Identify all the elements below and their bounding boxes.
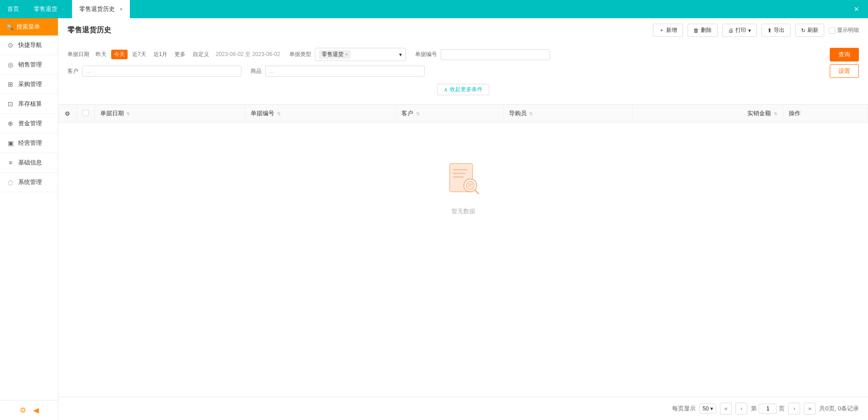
- doc-no-input[interactable]: [441, 49, 550, 60]
- sidebar-search[interactable]: 🔍 搜索菜单: [0, 18, 58, 36]
- svg-rect-3: [453, 176, 464, 178]
- th-doc-no-label: 单据编号: [251, 110, 274, 117]
- finance-icon: ⊕: [6, 119, 15, 128]
- tab-home-label: 首页: [7, 5, 19, 13]
- filter-top-row: 单据日期 昨天 今天 近7天 近1月 更多 自定义 2023-06-02 至 2…: [67, 48, 859, 81]
- guide-sort-icon: ⇅: [529, 111, 533, 116]
- sidebar-item-ops-mgmt[interactable]: ▣ 经营管理: [0, 133, 58, 153]
- system-icon: ◌: [6, 178, 15, 186]
- filter-date-group: 单据日期 昨天 今天 近7天 近1月 更多 自定义 2023-06-02 至 2…: [67, 50, 280, 59]
- next-page-btn[interactable]: ›: [788, 403, 800, 415]
- sidebar-item-sales-mgmt[interactable]: ◎ 销售管理: [0, 55, 58, 75]
- customer-input[interactable]: ...: [82, 66, 241, 77]
- new-btn[interactable]: ＋ 新增: [653, 24, 683, 37]
- window-close-btn[interactable]: ×: [850, 3, 863, 16]
- goods-input[interactable]: ...: [265, 66, 425, 77]
- page-number-input[interactable]: [759, 404, 777, 414]
- table-wrapper: ⚙ 单据日期 ⇅ 单据编号 ⇅: [58, 105, 868, 397]
- purchase-icon: ⊞: [6, 80, 15, 88]
- doc-type-value: 零售退货: [322, 51, 344, 58]
- display-detail-label: 显示明细: [837, 26, 859, 34]
- filter-docno-group: 单据编号: [415, 49, 550, 60]
- page-title-row: 零售退货历史 ＋ 新增 🗑 删除 🖨 打印 ▾: [67, 24, 859, 37]
- settings-icon[interactable]: ⚙: [65, 110, 70, 117]
- sidebar-item-finance-label: 资金管理: [18, 119, 42, 128]
- date-1month[interactable]: 近1月: [151, 50, 170, 59]
- th-amount[interactable]: 实销金额 ⇅: [632, 105, 783, 123]
- doc-type-select[interactable]: 零售退货 × ▾: [315, 48, 406, 61]
- chevron-down-icon: ▾: [399, 51, 402, 58]
- page-label-suffix: 页: [779, 405, 785, 413]
- tab-retail-return[interactable]: 零售退货 ×: [26, 0, 72, 18]
- th-doc-no[interactable]: 单据编号 ⇅: [245, 105, 396, 123]
- doc-no-sort-icon: ⇅: [277, 111, 281, 116]
- page-header: 零售退货历史 ＋ 新增 🗑 删除 🖨 打印 ▾: [58, 18, 868, 105]
- display-detail-checkbox[interactable]: [829, 27, 835, 34]
- th-checkbox[interactable]: [77, 105, 94, 123]
- doc-type-remove-btn[interactable]: ×: [345, 52, 348, 57]
- quick-nav-icon: ⊙: [6, 41, 15, 49]
- date-7days[interactable]: 近7天: [129, 50, 149, 59]
- sidebar-item-purchase-mgmt[interactable]: ⊞ 采购管理: [0, 75, 58, 94]
- date-shortcuts: 昨天 今天 近7天 近1月 更多 自定义: [93, 50, 212, 59]
- doc-no-label: 单据编号: [415, 51, 437, 58]
- chevron-up-icon: ∧: [444, 87, 448, 93]
- tab-retail-return-history[interactable]: 零售退货历史 ×: [72, 0, 129, 18]
- basic-info-icon: ≡: [6, 159, 15, 167]
- sidebar-item-finance-mgmt[interactable]: ⊕ 资金管理: [0, 114, 58, 133]
- tab-bar-right: ×: [850, 3, 868, 16]
- filter-doctype-group: 单据类型 零售退货 × ▾: [289, 48, 406, 61]
- sidebar-item-system-mgmt[interactable]: ◌ 系统管理: [0, 173, 58, 192]
- date-custom[interactable]: 自定义: [190, 50, 212, 59]
- page-size-select[interactable]: 50 ▾: [699, 404, 716, 414]
- print-btn[interactable]: 🖨 打印 ▾: [722, 24, 757, 37]
- collapse-label: 收起更多条件: [450, 86, 483, 93]
- refresh-btn[interactable]: ↻ 刷新: [795, 24, 824, 37]
- header-checkbox[interactable]: [82, 110, 89, 116]
- th-action: 操作: [783, 105, 868, 123]
- th-action-label: 操作: [789, 110, 801, 117]
- delete-btn-label: 删除: [701, 26, 712, 34]
- query-btn[interactable]: 查询: [830, 48, 859, 61]
- sales-mgmt-icon: ◎: [6, 61, 15, 69]
- collapse-btn[interactable]: ∧ 收起更多条件: [437, 84, 489, 95]
- sidebar-item-inventory-label: 库存核算: [18, 100, 42, 108]
- sidebar-item-quick-nav[interactable]: ⊙ 快捷导航: [0, 36, 58, 55]
- th-doc-date[interactable]: 单据日期 ⇅: [94, 105, 245, 123]
- th-amount-label: 实销金额: [747, 110, 771, 117]
- date-range-display: 2023-06-02 至 2023-06-02: [216, 51, 280, 58]
- toolbar: ＋ 新增 🗑 删除 🖨 打印 ▾ ⬆ 导出: [653, 24, 859, 37]
- date-yesterday[interactable]: 昨天: [93, 50, 109, 59]
- date-today[interactable]: 今天: [111, 50, 128, 59]
- tab-retail-return-history-close[interactable]: ×: [119, 6, 122, 12]
- sidebar-collapse-btn[interactable]: ◀: [31, 404, 41, 416]
- th-settings[interactable]: ⚙: [58, 105, 77, 123]
- table-header-row: ⚙ 单据日期 ⇅ 单据编号 ⇅: [58, 105, 868, 123]
- delete-icon: 🗑: [693, 27, 699, 34]
- sidebar-item-basic-info[interactable]: ≡ 基础信息: [0, 153, 58, 173]
- sidebar-item-inventory[interactable]: ⊡ 库存核算: [0, 94, 58, 114]
- tab-home[interactable]: 首页: [0, 0, 26, 18]
- tab-bar: 首页 零售退货 × 零售退货历史 × ×: [0, 0, 868, 18]
- filter-settings-btn[interactable]: 设置: [830, 64, 859, 78]
- date-more[interactable]: 更多: [172, 50, 188, 59]
- sidebar-settings-btn[interactable]: ⚙: [18, 404, 28, 416]
- refresh-icon: ↻: [801, 27, 806, 34]
- page-size-label: 每页显示: [672, 405, 696, 413]
- th-guide[interactable]: 导购员 ⇅: [503, 105, 632, 123]
- display-detail-toggle[interactable]: 显示明细: [829, 26, 859, 34]
- first-page-btn[interactable]: «: [720, 403, 732, 415]
- prev-page-btn[interactable]: ‹: [735, 403, 747, 415]
- tab-retail-return-label: 零售退货: [34, 5, 57, 13]
- sidebar-item-purchase-label: 采购管理: [18, 80, 42, 88]
- last-page-btn[interactable]: »: [804, 403, 816, 415]
- print-chevron-icon: ▾: [748, 27, 751, 34]
- svg-rect-1: [453, 169, 467, 170]
- plus-icon: ＋: [659, 26, 664, 34]
- th-customer-label: 客户: [401, 110, 413, 117]
- tab-retail-return-close[interactable]: ×: [62, 6, 65, 12]
- export-btn[interactable]: ⬆ 导出: [761, 24, 791, 37]
- th-customer[interactable]: 客户 ⇅: [395, 105, 503, 123]
- filter-area: 单据日期 昨天 今天 近7天 近1月 更多 自定义 2023-06-02 至 2…: [67, 42, 859, 104]
- delete-btn[interactable]: 🗑 删除: [688, 24, 718, 37]
